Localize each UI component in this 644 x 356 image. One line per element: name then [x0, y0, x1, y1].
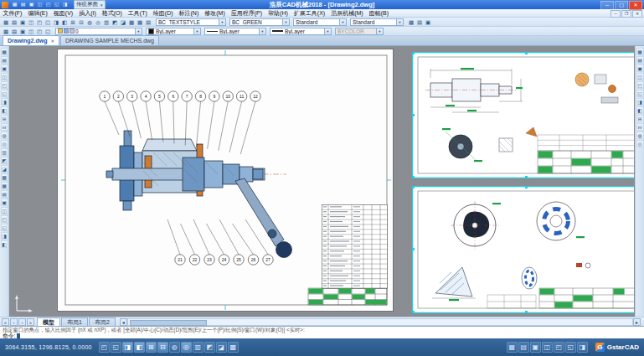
regen-icon[interactable]: ◍ — [636, 132, 644, 139]
undo-icon[interactable]: ◍ — [85, 18, 94, 26]
plot-icon[interactable]: ◰ — [44, 1, 52, 8]
layer-states-icon[interactable]: ▤ — [10, 28, 18, 35]
annotation-autoscale-icon[interactable]: ▣ — [530, 342, 541, 353]
orbit-icon[interactable]: ⊟ — [636, 123, 644, 131]
zoom-window-icon[interactable]: ◪ — [119, 18, 127, 26]
detail-sheet-top[interactable] — [412, 52, 634, 178]
menu-帮助H[interactable]: 帮助(H) — [265, 9, 291, 18]
rotate-icon[interactable]: ▤ — [1, 190, 8, 198]
main-drawing-sheet[interactable]: 123456789101112 21222324252627 — [57, 49, 394, 312]
scroll-left-icon[interactable]: ◄ — [120, 318, 127, 326]
new-icon[interactable]: ▦ — [11, 1, 18, 8]
layer-properties-icon[interactable]: ▦ — [2, 28, 10, 35]
layout-tab-布局2[interactable]: 布局2 — [89, 317, 116, 327]
text-style-select[interactable]: BC_TEXTSTYLE ▾ — [156, 18, 226, 26]
spline-icon[interactable]: ◧ — [1, 106, 8, 114]
point-icon[interactable]: ⊞ — [1, 115, 8, 122]
lineweight-select[interactable]: ByLayer ▾ — [270, 28, 332, 35]
app-logo-icon[interactable] — [2, 2, 8, 8]
menu-视图V[interactable]: 视图(V) — [50, 9, 75, 18]
mdi-close-button[interactable]: ✕ — [632, 10, 642, 18]
zoom-previous-icon[interactable]: ▩ — [127, 18, 136, 26]
mdi-restore-button[interactable]: ❐ — [621, 10, 631, 18]
minimize-button[interactable]: ─ — [600, 1, 614, 10]
model-space-icon[interactable]: ▦ — [507, 342, 518, 353]
layer-off-icon[interactable]: ◫ — [27, 28, 35, 35]
status-toggle-dyn[interactable]: ◎ — [181, 342, 192, 353]
dim-style-select[interactable]: BC_GREEN ▾ — [229, 18, 290, 26]
zoom-realtime-icon[interactable]: ◩ — [111, 18, 119, 26]
clean-screen-icon[interactable]: ◨ — [577, 342, 588, 353]
arc-icon[interactable]: ◰ — [1, 81, 8, 89]
scrollbar-thumb[interactable] — [130, 320, 207, 326]
status-toggle-polar[interactable]: ◧ — [134, 342, 145, 353]
close-tab-icon[interactable]: ✕ — [50, 39, 54, 44]
mleader-style-select[interactable]: Standard ▾ — [350, 18, 404, 26]
workspace-switch-icon[interactable]: ◰ — [554, 342, 564, 353]
zoom-dynamic-icon[interactable]: ▤ — [636, 56, 644, 64]
linetype-select[interactable]: ByLayer ▾ — [204, 28, 266, 35]
menu-修改M[interactable]: 修改(M) — [202, 9, 229, 18]
close-button[interactable]: ✕ — [629, 1, 642, 10]
zoom-extents-icon[interactable]: ◧ — [636, 106, 644, 114]
layout-tab-布局1[interactable]: 布局1 — [61, 317, 88, 327]
redo-icon[interactable]: ◎ — [94, 18, 102, 26]
copy-icon[interactable]: ◧ — [60, 18, 69, 26]
tab-nav-first-button[interactable]: « — [2, 318, 9, 326]
status-toggle-otrack[interactable]: ⊟ — [157, 342, 168, 353]
tab-nav-last-button[interactable]: » — [27, 318, 34, 326]
status-toggle-ducs[interactable]: ◍ — [169, 342, 180, 353]
trim-icon[interactable]: ◱ — [1, 224, 8, 231]
cut-icon[interactable]: ◨ — [52, 18, 60, 26]
mdi-minimize-button[interactable]: ─ — [611, 10, 621, 18]
menu-标注N[interactable]: 标注(N) — [176, 9, 202, 18]
match-properties-icon[interactable]: ⊟ — [77, 18, 85, 26]
lock-ui-icon[interactable]: ◱ — [565, 342, 576, 353]
layer-select[interactable]: 0 ▾ — [55, 28, 142, 35]
properties-icon[interactable]: ▦ — [136, 18, 144, 26]
menu-插入I[interactable]: 插入(I) — [76, 9, 100, 18]
tab-nav-next-button[interactable]: › — [18, 318, 26, 326]
save-icon[interactable]: ▣ — [28, 1, 35, 8]
scroll-right-icon[interactable]: ► — [633, 318, 641, 326]
status-toggle-snap[interactable]: ◰ — [99, 342, 110, 353]
named-views-icon[interactable]: ◎ — [636, 140, 644, 147]
document-tab[interactable]: DRAWING SAMPLE MECHS.dwg — [60, 35, 159, 45]
scrollbar-track[interactable] — [127, 318, 633, 326]
text-style-manager-icon[interactable]: ▦ — [407, 18, 415, 26]
plot-icon[interactable]: ◫ — [27, 18, 35, 26]
menu-应用程序P[interactable]: 应用程序(P) — [228, 9, 265, 18]
status-toggle-transparency[interactable]: ◩ — [204, 342, 215, 353]
annotation-visibility-icon[interactable]: ▤ — [518, 342, 529, 353]
zoom-all-icon[interactable]: ◨ — [636, 98, 644, 106]
line-icon[interactable]: ▤ — [1, 56, 8, 64]
mirror-icon[interactable]: ▣ — [1, 199, 8, 206]
save-as-icon[interactable]: ◫ — [36, 1, 44, 8]
status-toggle-quick-properties[interactable]: ◪ — [216, 342, 227, 353]
zoom-center-icon[interactable]: ◫ — [636, 73, 644, 80]
menu-格式O[interactable]: 格式(O) — [99, 9, 125, 18]
menu-浩辰机械M[interactable]: 浩辰机械(M) — [328, 9, 367, 18]
polyline-icon[interactable]: ▣ — [1, 64, 8, 72]
horizontal-scrollbar[interactable]: ◄ ► — [120, 318, 641, 326]
copy-icon[interactable]: ▦ — [1, 182, 8, 189]
open-icon[interactable]: ▤ — [10, 18, 18, 26]
tab-nav-prev-button[interactable]: ‹ — [10, 318, 18, 326]
workspace-select[interactable]: 传统界面 ▾ — [74, 0, 106, 9]
menu-工具T[interactable]: 工具(T) — [125, 9, 150, 18]
move-icon[interactable]: ▩ — [1, 173, 8, 181]
status-toggle-selection-cycling[interactable]: ▩ — [228, 342, 239, 353]
document-tab[interactable]: Drawing2.dwg✕ — [3, 35, 59, 45]
menu-图幅B[interactable]: 图幅(B) — [366, 9, 391, 18]
maximize-button[interactable]: ▢ — [615, 1, 628, 10]
array-icon[interactable]: ◰ — [1, 215, 8, 223]
erase-icon[interactable]: ◧ — [1, 240, 8, 248]
layer-isolate-icon[interactable]: ▣ — [18, 28, 27, 35]
zoom-scale-icon[interactable]: ▣ — [636, 64, 644, 72]
command-window[interactable]: 指定窗口的角点，输入比例因子 (nX 或 nXP)，或者 [全部(A)/中心(C… — [0, 326, 644, 338]
detail-sheet-bottom[interactable] — [412, 186, 634, 313]
undo-icon[interactable]: ◱ — [53, 1, 60, 8]
menu-编辑E[interactable]: 编辑(E) — [25, 9, 50, 18]
update-dimension-icon[interactable]: ▣ — [424, 18, 432, 26]
save-icon[interactable]: ▣ — [18, 18, 27, 26]
